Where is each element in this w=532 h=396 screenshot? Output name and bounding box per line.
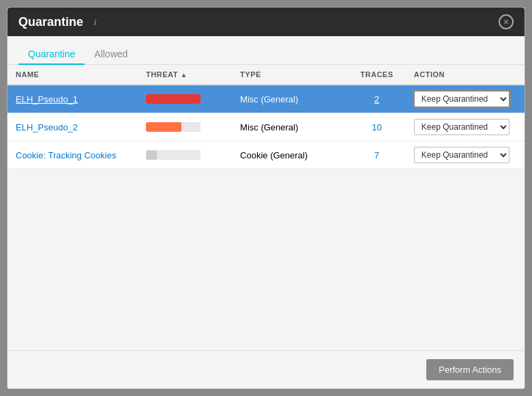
row-type: Misc (General) <box>232 85 348 113</box>
tab-quarantine[interactable]: Quarantine <box>18 44 85 65</box>
quarantine-modal: Quarantine i × Quarantine Allowed NAME <box>7 7 525 389</box>
modal-footer: Perform Actions <box>8 350 524 388</box>
threat-bar-container <box>146 150 201 160</box>
row-traces-link[interactable]: 2 <box>374 94 379 104</box>
row-traces-link[interactable]: 10 <box>372 122 381 132</box>
quarantine-table: NAME THREAT ▲ TYPE TRACES <box>8 65 524 169</box>
threat-bar-container <box>146 94 201 104</box>
table-body: ELH_Pseudo_1Misc (General)2Keep Quaranti… <box>8 85 524 169</box>
row-type: Cookie (General) <box>232 141 348 169</box>
table-row[interactable]: ELH_Pseudo_1Misc (General)2Keep Quaranti… <box>8 85 524 113</box>
threat-bar <box>146 122 181 132</box>
row-name-link[interactable]: ELH_Pseudo_2 <box>16 122 78 132</box>
tab-allowed[interactable]: Allowed <box>85 44 137 65</box>
row-action-select[interactable]: Keep QuarantinedDeleteRestoreIgnore <box>414 119 509 135</box>
table-container: NAME THREAT ▲ TYPE TRACES <box>8 65 524 350</box>
col-header-type: TYPE <box>232 65 348 85</box>
table-header-row: NAME THREAT ▲ TYPE TRACES <box>8 65 524 85</box>
modal-body: Quarantine Allowed NAME THREAT ▲ <box>8 36 524 350</box>
table-row[interactable]: Cookie: Tracking CookiesCookie (General)… <box>8 141 524 169</box>
row-action-select[interactable]: Keep QuarantinedDeleteRestoreIgnore <box>414 91 509 107</box>
sort-arrow-icon: ▲ <box>180 71 187 79</box>
row-type: Misc (General) <box>232 113 348 141</box>
col-header-traces: TRACES <box>348 65 406 85</box>
threat-bar <box>146 150 157 160</box>
modal-title: Quarantine <box>18 15 83 29</box>
close-button[interactable]: × <box>499 14 514 29</box>
threat-bar-container <box>146 122 201 132</box>
row-action-select[interactable]: Keep QuarantinedDeleteRestoreIgnore <box>414 147 509 163</box>
row-traces-link[interactable]: 7 <box>374 150 379 160</box>
threat-bar <box>146 94 201 104</box>
modal-header: Quarantine i × <box>8 8 524 36</box>
row-name-link[interactable]: ELH_Pseudo_1 <box>16 94 78 104</box>
modal-info-icon: i <box>94 17 96 27</box>
col-header-name: NAME <box>8 65 138 85</box>
table-row[interactable]: ELH_Pseudo_2Misc (General)10Keep Quarant… <box>8 113 524 141</box>
col-header-threat[interactable]: THREAT ▲ <box>138 65 232 85</box>
tab-bar: Quarantine Allowed <box>8 36 524 65</box>
col-header-action: ACTION <box>406 65 524 85</box>
row-name-link[interactable]: Cookie: Tracking Cookies <box>16 150 116 160</box>
perform-actions-button[interactable]: Perform Actions <box>426 359 514 380</box>
